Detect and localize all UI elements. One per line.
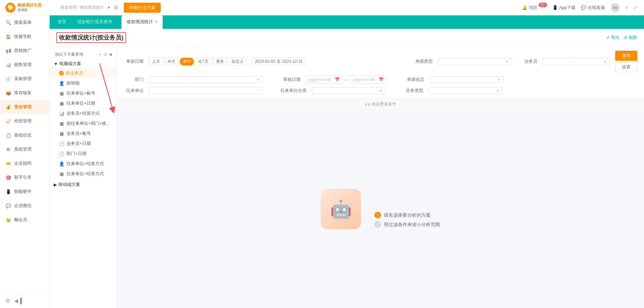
tab-home[interactable]: 首页 bbox=[52, 15, 72, 29]
tab-collection[interactable]: 收款情况统计 × bbox=[121, 15, 162, 29]
sidebar-label-search: 搜索菜单 bbox=[14, 19, 32, 25]
active-dot: ● bbox=[59, 71, 64, 75]
sidebar-settings-btn[interactable]: ⚙ bbox=[5, 298, 10, 304]
step-2-num: 2 bbox=[374, 221, 381, 228]
add-scheme-btn[interactable]: + bbox=[99, 52, 101, 57]
panel-collapse-btn[interactable]: « bbox=[109, 51, 112, 57]
trial-btn[interactable]: 体验行业方案 bbox=[124, 3, 161, 13]
scheme-item-salesman-date[interactable]: 🕐 业务员+日期 bbox=[50, 139, 116, 149]
date-btn-this-year[interactable]: 本年 bbox=[180, 58, 194, 65]
service-icon: 💬 bbox=[581, 5, 586, 10]
tab-bank[interactable]: 现金银行流水查询 × bbox=[72, 15, 121, 29]
sidebar-item-system[interactable]: ⚙ 系统管理 bbox=[0, 142, 49, 156]
salesman-select[interactable]: ··· ▼ bbox=[543, 58, 610, 65]
sidebar-item-guide[interactable]: 🎯 新手引导 bbox=[0, 170, 49, 185]
section-arrow-down: ▼ bbox=[54, 61, 58, 66]
audit-date-to[interactable]: yyyy-mm-dd 📅 bbox=[350, 75, 387, 84]
doc-status-select[interactable]: ▼ bbox=[430, 76, 503, 83]
messages-btn[interactable]: 🔔 消息 99+ bbox=[522, 5, 547, 11]
tab-collection-close[interactable]: × bbox=[155, 20, 157, 24]
tab-bank-close[interactable]: × bbox=[114, 20, 116, 24]
sidebar-item-purchase[interactable]: 🛒 采购管理 bbox=[0, 72, 49, 86]
label-doc-status: 单据状态 bbox=[404, 76, 424, 83]
date-btn-7days[interactable]: 近7天 bbox=[195, 58, 212, 65]
biz-type-chevron: ▼ bbox=[496, 89, 499, 93]
search-icon: 🔍 bbox=[5, 19, 11, 25]
desktop-section-title[interactable]: ▼ 电脑端方案 bbox=[50, 59, 116, 68]
scheme-label-salesman-date: 业务员+日期 bbox=[66, 141, 91, 147]
people-icon: 👤 bbox=[59, 81, 64, 86]
dept-select[interactable]: ▼ bbox=[149, 76, 263, 83]
sidebar-collapse-btn[interactable]: ◀▐ bbox=[14, 298, 22, 304]
scheme-item-salesman-settle[interactable]: 📊 业务员+结算方式 bbox=[50, 108, 116, 118]
sidebar-item-operation[interactable]: 📈 经营管理 bbox=[0, 114, 49, 128]
label-doc-type: 单据类型 bbox=[413, 58, 433, 64]
tab-collection-label: 收款情况统计 bbox=[127, 19, 153, 25]
collapse-bar[interactable]: ∧∧ 收起更多条件 bbox=[117, 99, 644, 110]
sidebar-item-search[interactable]: 🔍 搜索菜单 bbox=[0, 15, 49, 30]
scheme-item-partner-dept[interactable]: ▦ 按往来单位+部门+收... bbox=[50, 118, 116, 129]
scheme-item-salesman-account[interactable]: ▦ 业务员+账号 bbox=[50, 129, 116, 139]
scheme-settings-btn[interactable]: ⊙ bbox=[103, 52, 107, 57]
guide-icon: 🎯 bbox=[5, 174, 11, 181]
date-btn-more[interactable]: 更多 bbox=[213, 58, 227, 65]
filter-area: 单据日期 上月 本月 本年 近7天 更多 自定义 2023-01-01 至 bbox=[117, 47, 644, 99]
date-separator: — bbox=[344, 77, 348, 82]
sidebar-item-basic[interactable]: 📋 基础信息 bbox=[0, 128, 49, 142]
filter-actions: 查询 设置 bbox=[615, 51, 637, 72]
user-avatar[interactable]: Rit bbox=[610, 3, 620, 12]
date-btn-last-month[interactable]: 上月 bbox=[149, 58, 163, 65]
win-close-btn[interactable]: × bbox=[625, 5, 631, 10]
sidebar-item-enterprise[interactable]: 🤝 企业协同 bbox=[0, 156, 49, 170]
query-btn[interactable]: 查询 bbox=[615, 51, 637, 61]
salesman-more-btn[interactable]: ··· bbox=[573, 59, 576, 63]
dropdown-icon[interactable]: ▼ bbox=[107, 5, 111, 10]
partner-more-icon[interactable]: ··· bbox=[257, 89, 260, 93]
refresh-btn[interactable]: ↺ 刷新 bbox=[624, 35, 637, 41]
scheme-item-dept-date[interactable]: 🕐 部门+日期 bbox=[50, 149, 116, 159]
date-btn-this-month[interactable]: 本月 bbox=[164, 58, 178, 65]
online-service-btn[interactable]: 💬 在线客服 bbox=[581, 5, 605, 11]
clock-icon-2: 🕐 bbox=[59, 151, 64, 156]
set-btn[interactable]: 设置 bbox=[615, 62, 637, 72]
scheme-item-by-salesman[interactable]: ● 按业务员 bbox=[50, 68, 116, 78]
biz-type-select[interactable]: ▼ bbox=[429, 87, 502, 94]
date-btn-custom[interactable]: 自定义 bbox=[228, 58, 247, 65]
settings-icon[interactable]: ⚙ bbox=[114, 4, 118, 11]
sidebar-item-quick-nav[interactable]: 🏠 快捷导航 bbox=[0, 30, 49, 44]
sidebar-label-wechat: 企业微信 bbox=[14, 203, 32, 209]
scheme-item-by-detail[interactable]: 👤 按明细 bbox=[50, 78, 116, 88]
scheme-item-partner-account[interactable]: ▦ 往来单位+账号 bbox=[50, 88, 116, 98]
sidebar-item-capital[interactable]: 💰 资金管理 bbox=[0, 100, 49, 114]
scheme-item-partner-settle1[interactable]: 👤 往来单位+结算方式 bbox=[50, 159, 116, 169]
logo-badge: 标准版 bbox=[17, 8, 42, 12]
doc-type-select[interactable]: ▼ bbox=[438, 58, 512, 65]
page-actions: ↗ 导出 ↺ 刷新 bbox=[606, 35, 637, 41]
sidebar-item-member[interactable]: 👑 畅会员 bbox=[0, 213, 49, 227]
sales-icon: 📊 bbox=[5, 62, 11, 68]
label-salesman: 业务员 bbox=[517, 58, 537, 64]
scheme-item-partner-settle2[interactable]: ▦ 往来单位+结算方式 bbox=[50, 169, 116, 179]
sidebar-item-inventory[interactable]: 📦 库存核算 bbox=[0, 86, 49, 100]
mobile-section-title[interactable]: ▶ 移动端方案 bbox=[50, 180, 116, 189]
audit-date-from[interactable]: yyyy-mm-dd 📅 bbox=[306, 75, 343, 84]
sidebar-label-operation: 经营管理 bbox=[14, 118, 32, 124]
sidebar-item-marketing[interactable]: 📢 营销推广 bbox=[0, 44, 49, 58]
app-download-btn[interactable]: 📱 App下载 bbox=[552, 5, 576, 11]
sidebar-item-wechat[interactable]: 💬 企业微信 bbox=[0, 199, 49, 213]
desktop-section-label: 电脑端方案 bbox=[59, 61, 81, 67]
partner-class-select[interactable]: ▼ bbox=[312, 87, 386, 94]
people-icon-2: 👤 bbox=[59, 161, 64, 166]
win-max-btn[interactable]: ⤢ bbox=[633, 5, 639, 10]
operation-icon: 📈 bbox=[5, 118, 11, 124]
label-biz-type: 业务类型 bbox=[403, 88, 423, 94]
home-icon: 🏠 bbox=[5, 34, 11, 40]
sidebar-item-hardware[interactable]: 📱 智能硬件 bbox=[0, 185, 49, 199]
export-btn[interactable]: ↗ 导出 bbox=[606, 35, 620, 41]
panel-header-actions: + ⊙ « bbox=[99, 51, 112, 57]
sidebar-item-sales[interactable]: 📊 销售管理 bbox=[0, 58, 49, 72]
partner-input[interactable]: ··· bbox=[149, 87, 263, 94]
date-to-value: 2023-12-31 bbox=[282, 59, 303, 64]
scheme-item-partner-date[interactable]: ▦ 往来单位+日期 bbox=[50, 98, 116, 108]
scheme-label-partner-date: 往来单位+日期 bbox=[66, 100, 95, 106]
